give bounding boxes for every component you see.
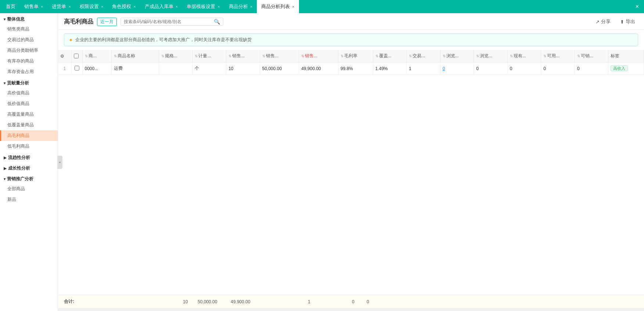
nav-permission[interactable]: 权限设置 × bbox=[75, 0, 108, 13]
nav-home[interactable]: 首页 bbox=[1, 0, 20, 13]
footer-current-stock: 0 bbox=[350, 299, 364, 304]
nav-purchase[interactable]: 进货单 × bbox=[47, 0, 75, 13]
sidebar-item-sales-goods[interactable]: 销售类商品 bbox=[0, 24, 58, 35]
cell-unit: 个 bbox=[193, 62, 226, 75]
nav-role[interactable]: 角色授权 × bbox=[108, 0, 140, 13]
col-current-stock[interactable]: ⇅ 现有... bbox=[507, 50, 541, 62]
col-browse2[interactable]: ⇅ 浏览... bbox=[474, 50, 508, 62]
col-available-stock[interactable]: ⇅ 可用... bbox=[541, 50, 575, 62]
sort-icon-amount: ⇅ bbox=[262, 54, 265, 58]
close-sales-tab[interactable]: × bbox=[41, 4, 43, 9]
sidebar-item-category-rate[interactable]: 商品分类助销率 bbox=[0, 45, 58, 56]
col-checkbox[interactable] bbox=[71, 50, 82, 62]
share-icon: ↗ bbox=[596, 19, 600, 25]
arrow-down-icon-2: ▾ bbox=[4, 81, 6, 85]
col-saleable-stock[interactable]: ⇅ 可销... bbox=[575, 50, 608, 62]
close-purchase-tab[interactable]: × bbox=[68, 4, 71, 9]
sort-icon-qty: ⇅ bbox=[229, 54, 231, 58]
col-transaction[interactable]: ⇅ 交易... bbox=[407, 50, 440, 62]
bottom-scrollbar[interactable] bbox=[58, 308, 644, 311]
select-all-checkbox[interactable] bbox=[74, 54, 79, 58]
cell-saleable-stock: 0 bbox=[575, 62, 608, 75]
search-input[interactable] bbox=[124, 19, 214, 24]
footer-sales-amount: 50,000.00 bbox=[195, 299, 229, 304]
col-gross-margin[interactable]: ⇅ 毛利率 bbox=[338, 50, 373, 62]
sidebar-section-marketing-title[interactable]: ▾ 营销推广分析 bbox=[0, 173, 58, 184]
sidebar-item-low-coverage[interactable]: 低覆盖量商品 bbox=[0, 120, 58, 130]
col-browse1[interactable]: ⇅ 浏览... bbox=[440, 50, 474, 62]
time-filter-button[interactable]: 近一月 bbox=[97, 18, 117, 26]
sort-icon: ⇅ bbox=[85, 54, 88, 58]
cell-tag: 高收入 bbox=[608, 62, 644, 75]
sidebar: ▾ 整体信息 销售类商品 交易过的商品 商品分类助销率 有库存的商品 库存资金占… bbox=[0, 13, 58, 311]
sidebar-item-low-margin[interactable]: 低毛利商品 bbox=[0, 141, 58, 152]
col-sales-qty[interactable]: ⇅ 销售... bbox=[226, 50, 260, 62]
cell-current-stock: 0 bbox=[507, 62, 541, 75]
table-header-row: ⚙ ⇅ 商... ⇅ bbox=[58, 50, 644, 62]
cell-gross-margin: 99.8% bbox=[338, 62, 373, 75]
nav-analysis[interactable]: 商品分析 × bbox=[224, 0, 257, 13]
sidebar-item-stock-capital[interactable]: 库存资金占用 bbox=[0, 66, 58, 77]
close-finished-tab[interactable]: × bbox=[176, 4, 178, 9]
content-header: 高毛利商品 近一月 🔍 ↗ 分享 ⬆ 导出 bbox=[58, 13, 644, 30]
search-icon[interactable]: 🔍 bbox=[214, 19, 220, 25]
cell-browse1[interactable]: 0 bbox=[440, 62, 474, 75]
sidebar-section-trend: ▶ 流趋性分析 bbox=[0, 152, 58, 162]
cell-checkbox[interactable] bbox=[71, 62, 82, 75]
sidebar-section-growth-title[interactable]: ▶ 成长性分析 bbox=[0, 162, 58, 173]
sidebar-toggle-btn[interactable]: « bbox=[57, 156, 62, 169]
sort-icon-cur: ⇅ bbox=[510, 54, 513, 58]
sidebar-item-high-margin[interactable]: 高毛利商品 bbox=[0, 130, 58, 141]
nav-analysis-list[interactable]: 商品分析列表 × bbox=[257, 0, 299, 13]
cell-name: 运费 bbox=[112, 62, 159, 75]
col-unit[interactable]: ⇅ 计量... bbox=[193, 50, 226, 62]
sidebar-section-overview: ▾ 整体信息 销售类商品 交易过的商品 商品分类助销率 有库存的商品 库存资金占… bbox=[0, 13, 58, 77]
cell-sales-amount: 50,000.00 bbox=[260, 62, 299, 75]
sidebar-item-low-value[interactable]: 低价值商品 bbox=[0, 98, 58, 109]
nav-close-all[interactable]: × bbox=[632, 0, 643, 13]
sidebar-section-contribution-title[interactable]: ▾ 贡献量分析 bbox=[0, 77, 58, 88]
sidebar-item-high-coverage[interactable]: 高覆盖量商品 bbox=[0, 109, 58, 120]
sidebar-item-traded-goods[interactable]: 交易过的商品 bbox=[0, 35, 58, 45]
table-row: 1 0000... 运费 个 10 50,000.00 49,900.00 99… bbox=[58, 62, 644, 75]
row-checkbox[interactable] bbox=[75, 66, 79, 70]
close-analysis-tab[interactable]: × bbox=[250, 4, 252, 9]
arrow-right-icon: ▶ bbox=[4, 156, 7, 160]
col-name[interactable]: ⇅ 商品名称 bbox=[112, 50, 159, 62]
search-box: 🔍 bbox=[120, 18, 223, 26]
close-analysis-list-tab[interactable]: × bbox=[292, 4, 294, 9]
info-banner: ✦ 企业的主要的利润都是这部分商品创造的，可考虑加大推广，同时关注库存是不要出现… bbox=[64, 33, 638, 46]
close-role-tab[interactable]: × bbox=[133, 4, 136, 9]
sidebar-wrapper: ▾ 整体信息 销售类商品 交易过的商品 商品分类助销率 有库存的商品 库存资金占… bbox=[0, 13, 58, 311]
share-button[interactable]: ↗ 分享 bbox=[593, 17, 614, 26]
info-icon: ✦ bbox=[69, 37, 73, 43]
sort-icon-browse1: ⇅ bbox=[443, 54, 446, 58]
close-template-tab[interactable]: × bbox=[217, 4, 220, 9]
sort-icon-avail: ⇅ bbox=[543, 54, 546, 58]
sidebar-item-in-stock[interactable]: 有库存的商品 bbox=[0, 56, 58, 66]
tag-high-income-badge: 高收入 bbox=[611, 65, 628, 71]
arrow-right-icon-2: ▶ bbox=[4, 166, 7, 170]
sidebar-item-new-goods[interactable]: 新品 bbox=[0, 194, 58, 205]
col-coverage[interactable]: ⇅ 覆盖... bbox=[373, 50, 407, 62]
col-tag[interactable]: 标签 bbox=[608, 50, 644, 62]
col-sales-cost[interactable]: ⇅ 销售... bbox=[299, 50, 338, 62]
nav-template[interactable]: 单据模板设置 × bbox=[182, 0, 224, 13]
export-icon: ⬆ bbox=[620, 19, 624, 25]
page-title: 高毛利商品 bbox=[64, 18, 93, 26]
arrow-down-icon-3: ▾ bbox=[4, 177, 6, 181]
col-spec[interactable]: ⇅ 规格... bbox=[159, 50, 193, 62]
nav-sales[interactable]: 销售单 × bbox=[20, 0, 47, 13]
export-button[interactable]: ⬆ 导出 bbox=[617, 17, 638, 26]
sidebar-item-high-value[interactable]: 高价值商品 bbox=[0, 88, 58, 98]
col-sales-amount[interactable]: ⇅ 销售... bbox=[260, 50, 299, 62]
nav-finished-goods[interactable]: 产成品入库单 × bbox=[140, 0, 182, 13]
col-code[interactable]: ⇅ 商... bbox=[82, 50, 112, 62]
sidebar-section-overview-title[interactable]: ▾ 整体信息 bbox=[0, 13, 58, 24]
sidebar-section-trend-title[interactable]: ▶ 流趋性分析 bbox=[0, 152, 58, 162]
table-container[interactable]: ⚙ ⇅ 商... ⇅ bbox=[58, 50, 644, 295]
col-settings[interactable]: ⚙ bbox=[58, 50, 71, 62]
sort-icon-trans: ⇅ bbox=[409, 54, 412, 58]
sidebar-item-all-goods[interactable]: 全部商品 bbox=[0, 184, 58, 194]
close-permission-tab[interactable]: × bbox=[101, 4, 103, 9]
